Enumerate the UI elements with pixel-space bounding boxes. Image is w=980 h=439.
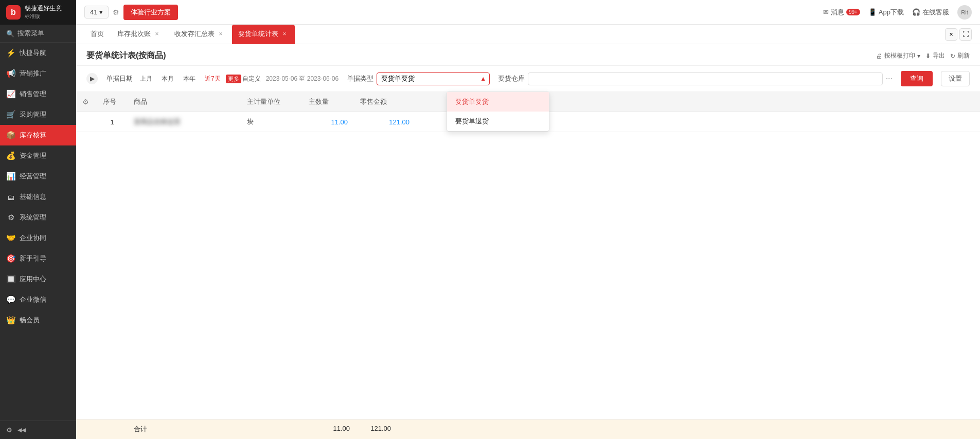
settings-column-header: ⚙ [76,92,97,112]
avatar[interactable]: Rit [957,5,972,20]
qty-link[interactable]: 11.00 [331,118,348,126]
footer-amount: 121.00 [350,425,391,434]
tab-collection-summary[interactable]: 收发存汇总表 × [168,25,231,44]
company-dropdown-icon: ▾ [99,8,103,16]
page-header: 要货单统计表(按商品) 🖨 按模板打印 ▾ ⬇ 导出 ↻ 刷新 [76,44,980,66]
warehouse-filter-input[interactable] [528,72,883,85]
online-service-icon: 🎧 [912,8,920,16]
dropdown-item-requisition[interactable]: 要货单要货 [447,92,549,112]
page-actions: 🖨 按模板打印 ▾ ⬇ 导出 ↻ 刷新 [876,51,970,60]
last-7-days-shortcut[interactable]: 近7天 [201,74,225,84]
this-month-shortcut[interactable]: 本月 [157,74,178,84]
expand-tabs-button[interactable]: ⛶ [959,28,972,41]
product-column-header: 商品 [128,92,241,112]
row-product-cell: 某商品名称这里 [128,112,241,132]
sidebar-item-label: 销售管理 [20,89,46,99]
wechat-icon: 💬 [6,295,15,304]
messages-button[interactable]: ✉ 消息 99+ [823,8,860,17]
sidebar-collapse-btn[interactable]: ◀◀ [17,427,26,433]
sidebar: b 畅捷通好生意 标准版 🔍 搜索菜单 ⚡ 快捷导航 📢 营销推广 📈 销售管理… [0,0,76,439]
sidebar-item-appcenter[interactable]: 🔲 应用中心 [0,269,76,289]
member-icon: 👑 [6,316,15,325]
tab-batch-approve[interactable]: 库存批次账 × [111,25,167,44]
date-filter-group: 单据日期 上月 本月 本年 近7天 更多 自定义 2023-05-06 至 20… [106,74,338,84]
tabs-bar: 首页 库存批次账 × 收发存汇总表 × 要货单统计表 × × ⛶ [76,25,980,44]
newbie-icon: 🎯 [6,254,15,263]
tab-order-summary-close[interactable]: × [280,30,289,38]
sidebar-item-quick-nav[interactable]: ⚡ 快捷导航 [0,43,76,63]
main-area: 41 ▾ ⚙ 体验行业方案 ✉ 消息 99+ 📱 App下载 🎧 在线客服 Ri… [76,0,980,439]
sidebar-item-sales[interactable]: 📈 销售管理 [0,84,76,104]
app-download-button[interactable]: 📱 App下载 [868,8,904,17]
online-service-button[interactable]: 🎧 在线客服 [912,8,949,17]
footer-qty: 11.00 [309,425,350,434]
filter-more-button[interactable]: ··· [886,74,893,83]
messages-icon: ✉ [823,8,829,16]
sidebar-item-inventory[interactable]: 📦 库存核算 [0,125,76,145]
tab-order-summary[interactable]: 要货单统计表 × [232,25,295,44]
dropdown-item-return[interactable]: 要货单退货 [447,112,549,131]
sidebar-item-label: 基础信息 [20,192,46,202]
tab-batch-approve-close[interactable]: × [153,30,161,38]
filter-settings-button[interactable]: 设置 [941,71,970,86]
company-name: 41 [90,8,97,16]
refresh-icon: ↻ [950,52,955,60]
company-selector[interactable]: 41 ▾ [84,6,109,19]
tab-home-label: 首页 [91,29,104,39]
sidebar-item-newbie[interactable]: 🎯 新手引导 [0,248,76,269]
amount-link[interactable]: 121.00 [389,118,409,126]
type-filter-arrow[interactable]: ▲ [477,75,489,82]
trial-industry-button[interactable]: 体验行业方案 [123,5,178,20]
sidebar-item-wechat[interactable]: 💬 企业微信 [0,289,76,310]
sales-icon: 📈 [6,89,15,99]
filter-bar: ▶ 单据日期 上月 本月 本年 近7天 更多 自定义 2023-05-06 至 … [76,66,980,92]
table-settings-icon[interactable]: ⚙ [82,98,89,106]
messages-badge: 99+ [846,9,860,15]
topbar-right: ✉ 消息 99+ 📱 App下载 🎧 在线客服 Rit [823,5,972,20]
date-shortcuts: 上月 本月 本年 近7天 更多 自定义 [136,74,261,84]
sidebar-item-marketing[interactable]: 📢 营销推广 [0,63,76,84]
warehouse-filter-group: 要货仓库 ··· [498,72,893,85]
export-button[interactable]: ⬇ 导出 [925,51,945,60]
sidebar-item-operation[interactable]: 📊 经营管理 [0,166,76,187]
sidebar-item-system[interactable]: ⚙ 系统管理 [0,207,76,228]
table-footer: 合计 11.00 121.00 [76,419,980,439]
close-all-tabs-button[interactable]: × [945,28,957,41]
data-table-container: ⚙ 序号 商品 主计量单位 主数量 零售金额 1 [76,92,980,419]
custom-date-button[interactable]: 自定义 [242,75,261,83]
app-subtitle: 标准版 [25,13,62,20]
system-icon: ⚙ [6,213,15,222]
prev-month-shortcut[interactable]: 上月 [136,74,156,84]
app-download-icon: 📱 [868,8,877,16]
more-dates-badge[interactable]: 更多 [226,75,241,83]
expand-filter-button[interactable]: ▶ [86,73,98,84]
type-filter-group: 单据类型 ▲ [347,72,490,85]
type-filter-input[interactable] [377,73,477,85]
sidebar-item-label: 企业协同 [20,233,46,243]
this-year-shortcut[interactable]: 本年 [179,74,200,84]
sidebar-item-label: 畅会员 [20,316,40,325]
page-content: 要货单统计表(按商品) 🖨 按模板打印 ▾ ⬇ 导出 ↻ 刷新 ▶ [76,44,980,439]
tab-collection-summary-close[interactable]: × [217,30,225,38]
tab-home[interactable]: 首页 [84,25,110,44]
sidebar-settings-icon[interactable]: ⚙ [6,426,12,434]
sidebar-item-label: 营销推广 [20,69,46,78]
avatar-text: Rit [961,9,968,15]
refresh-button[interactable]: ↻ 刷新 [950,51,970,60]
topbar-settings-icon[interactable]: ⚙ [113,8,119,16]
sidebar-item-enterprise[interactable]: 🤝 企业协同 [0,228,76,248]
index-column-header: 序号 [97,92,128,112]
page-title: 要货单统计表(按商品) [86,50,166,61]
purchase-icon: 🛒 [6,110,15,119]
print-button[interactable]: 🖨 按模板打印 ▾ [876,51,920,60]
sidebar-item-member[interactable]: 👑 畅会员 [0,310,76,331]
tabs-actions: × ⛶ [945,28,972,41]
query-button[interactable]: 查询 [901,71,933,86]
sidebar-item-basic[interactable]: 🗂 基础信息 [0,187,76,207]
sidebar-item-purchase[interactable]: 🛒 采购管理 [0,104,76,125]
row-amount-cell: 121.00 [354,112,416,132]
sidebar-item-finance[interactable]: 💰 资金管理 [0,145,76,166]
online-service-label: 在线客服 [922,8,949,17]
sidebar-item-label: 资金管理 [20,151,46,160]
sidebar-search[interactable]: 🔍 搜索菜单 [0,25,76,43]
